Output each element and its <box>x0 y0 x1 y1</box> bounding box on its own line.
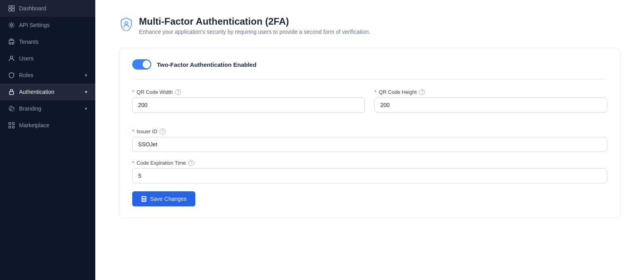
qr-height-group: * QR Code Height ? <box>374 89 607 113</box>
palette-icon <box>8 105 15 112</box>
qr-width-group: * QR Code Width ? <box>132 89 365 113</box>
settings-card: Two-Factor Authentication Enabled * QR C… <box>119 48 620 218</box>
shield-icon <box>8 72 15 79</box>
svg-rect-7 <box>10 91 13 95</box>
sidebar-item-label: Authentication <box>19 89 54 95</box>
sidebar-item-label: Users <box>19 55 34 62</box>
qr-height-input[interactable] <box>374 97 607 113</box>
issuer-id-label: * Issuer ID ? <box>132 128 607 134</box>
sidebar-item-label: Branding <box>19 105 41 112</box>
sidebar-item-label: Marketplace <box>19 122 49 128</box>
settings-icon <box>8 21 15 29</box>
2fa-header-icon <box>119 17 133 31</box>
issuer-id-input[interactable] <box>132 137 607 152</box>
chevron-down-icon: ▾ <box>85 106 87 111</box>
building-icon <box>8 38 15 45</box>
svg-rect-9 <box>12 122 14 124</box>
sidebar-item-api-settings[interactable]: API Settings <box>0 17 95 33</box>
code-expiration-input[interactable] <box>132 168 607 183</box>
page-description: Enhance your application's security by r… <box>139 29 370 35</box>
sidebar-item-label: Tenants <box>19 39 39 45</box>
chevron-down-icon: ▾ <box>85 89 87 95</box>
page-header: Multi-Factor Authentication (2FA) Enhanc… <box>119 16 620 35</box>
required-star: * <box>132 128 134 134</box>
svg-rect-2 <box>9 9 11 11</box>
svg-rect-15 <box>143 199 145 201</box>
required-star: * <box>374 89 376 95</box>
sidebar-item-roles[interactable]: Roles ▾ <box>0 67 95 84</box>
svg-rect-5 <box>9 40 14 44</box>
toggle-row: Two-Factor Authentication Enabled <box>132 59 607 70</box>
svg-rect-0 <box>9 6 11 8</box>
qr-width-help-icon[interactable]: ? <box>175 89 181 95</box>
code-expiration-help-icon[interactable]: ? <box>188 160 194 166</box>
sidebar-item-marketplace[interactable]: Marketplace <box>0 117 95 134</box>
svg-rect-1 <box>12 6 14 8</box>
svg-rect-14 <box>143 196 145 198</box>
sidebar-item-tenants[interactable]: Tenants <box>0 33 95 50</box>
grid2-icon <box>8 122 15 129</box>
divider <box>132 79 607 80</box>
svg-point-4 <box>11 24 13 26</box>
lock-icon <box>8 88 15 95</box>
save-icon <box>141 196 147 202</box>
qr-code-row: * QR Code Width ? * QR Code Height ? <box>132 89 607 121</box>
qr-width-label: * QR Code Width ? <box>132 89 365 95</box>
qr-height-help-icon[interactable]: ? <box>419 89 425 95</box>
page-header-text: Multi-Factor Authentication (2FA) Enhanc… <box>139 16 370 35</box>
save-changes-button[interactable]: Save Changes <box>132 191 195 206</box>
user-icon <box>8 55 15 62</box>
sidebar-item-branding[interactable]: Branding ▾ <box>0 100 95 117</box>
sidebar-item-label: Roles <box>19 72 33 78</box>
toggle-label: Two-Factor Authentication Enabled <box>157 61 256 68</box>
qr-width-input[interactable] <box>132 97 365 113</box>
code-expiration-label: * Code Expiration Time ? <box>132 160 607 166</box>
svg-rect-3 <box>12 9 14 11</box>
svg-rect-10 <box>9 126 11 128</box>
chevron-down-icon: ▾ <box>85 73 87 78</box>
grid-icon <box>8 5 15 12</box>
code-expiration-group: * Code Expiration Time ? <box>132 160 607 183</box>
required-star: * <box>132 160 134 166</box>
svg-point-6 <box>10 56 13 58</box>
required-star: * <box>132 89 134 95</box>
svg-rect-11 <box>12 126 14 128</box>
sidebar-item-dashboard[interactable]: Dashboard <box>0 0 95 17</box>
qr-height-label: * QR Code Height ? <box>374 89 607 95</box>
sidebar-item-authentication[interactable]: Authentication ▾ <box>0 84 95 100</box>
sidebar-item-label: API Settings <box>19 22 50 28</box>
issuer-id-group: * Issuer ID ? <box>132 128 607 152</box>
svg-rect-8 <box>9 122 11 124</box>
save-button-label: Save Changes <box>150 196 187 202</box>
toggle-slider <box>132 59 151 70</box>
page-title: Multi-Factor Authentication (2FA) <box>139 16 370 27</box>
sidebar-item-users[interactable]: Users <box>0 50 95 67</box>
main-content: Multi-Factor Authentication (2FA) Enhanc… <box>95 0 644 280</box>
sidebar-item-label: Dashboard <box>19 5 46 12</box>
sidebar: Dashboard API Settings Tenants U <box>0 0 95 280</box>
issuer-id-help-icon[interactable]: ? <box>160 128 166 134</box>
2fa-toggle[interactable] <box>132 59 151 70</box>
